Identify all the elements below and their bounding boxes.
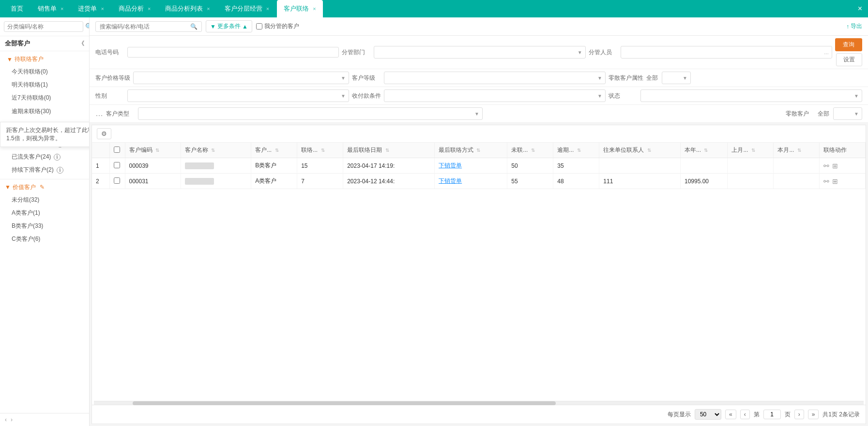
my-customers-checkbox[interactable] (256, 23, 262, 29)
chevron-up-icon: ▲ (242, 23, 248, 30)
filter-customer-level-select[interactable]: ▼ (384, 72, 606, 84)
filter-retail-customer-select[interactable]: ▼ (833, 107, 862, 120)
sidebar-bottom: ‹ › (0, 413, 89, 426)
filter-search-input[interactable] (100, 23, 187, 30)
filter-status-select[interactable]: ▼ (640, 89, 862, 102)
customer-table: 客户编码 ⇅ 客户名称 ⇅ 客户... ⇅ (92, 143, 866, 189)
row-last-contact-date: 2023-04-12 14:44: (343, 174, 435, 189)
row-action-grid-icon[interactable]: ⊞ (832, 177, 838, 185)
row-action-grid-icon[interactable]: ⊞ (832, 162, 838, 170)
next-page-btn[interactable]: › (794, 410, 804, 419)
this-year-sort-icon[interactable]: ⇅ (704, 147, 708, 153)
value-group-header[interactable]: ▼ 价值客户 ✎ (0, 181, 89, 193)
last-method-sort-icon[interactable]: ⇅ (476, 147, 480, 153)
sidebar-item-ungroup[interactable]: 未分组(32) (0, 193, 89, 206)
sidebar-item-b-class[interactable]: B类客户(33) (0, 220, 89, 233)
close-customer-contact-tab[interactable]: × (313, 6, 316, 12)
page-size-select[interactable]: 50 20 100 (695, 409, 721, 420)
row-name (181, 158, 251, 174)
name-sort-icon[interactable]: ⇅ (211, 147, 215, 153)
nav-tab-customer-layer[interactable]: 客户分层经营 × (218, 0, 276, 17)
query-button[interactable]: 查询 (835, 38, 862, 51)
sidebar-item-7days[interactable]: 近7天待联络(0) (0, 91, 89, 104)
filter-search-icon[interactable]: 🔍 (190, 23, 198, 30)
sidebar-item-keep-drop[interactable]: 持续下滑客户(2) ℹ (0, 163, 89, 176)
settings-button[interactable]: 设置 (836, 53, 862, 66)
pending-contact-title[interactable]: ▼ 待联络客户 (0, 53, 89, 65)
prev-page-btn[interactable]: ‹ (740, 410, 750, 419)
filter-gender-select[interactable]: ▼ (127, 89, 349, 102)
level-sort-icon[interactable]: ⇅ (275, 147, 279, 153)
filter-retail-attr-select[interactable]: ▼ (662, 72, 691, 84)
nav-tab-analysis[interactable]: 商品分析 × (112, 0, 157, 17)
contact-sort-icon[interactable]: ⇅ (321, 147, 325, 153)
sidebar-search-button[interactable]: 🔍 (85, 23, 90, 30)
horizontal-scrollbar[interactable] (94, 401, 864, 405)
row-action-link-icon[interactable]: ⚯ (823, 162, 829, 170)
sidebar-search-input[interactable] (4, 21, 83, 32)
sidebar-next-arrow[interactable]: › (11, 416, 13, 423)
filter-more-conditions[interactable]: ▼ 更多条件 ▲ (206, 20, 252, 32)
close-customer-layer-tab[interactable]: × (266, 6, 269, 12)
sidebar-item-tomorrow[interactable]: 明天待联络(1) (0, 78, 89, 91)
row-action: ⚯ ⊞ (820, 174, 866, 189)
last-month-sort-icon[interactable]: ⇅ (751, 147, 755, 153)
sidebar-item-overdue[interactable]: 逾期未联络(30) (0, 105, 89, 118)
my-customers-checkbox-area[interactable]: 我分管的客户 (256, 22, 299, 30)
this-month-sort-icon[interactable]: ⇅ (797, 147, 801, 153)
unit-contacts-sort-icon[interactable]: ⇅ (647, 147, 651, 153)
nav-tab-purchase[interactable]: 进货单 × (71, 0, 110, 17)
row-select-checkbox[interactable] (114, 177, 120, 184)
first-page-btn[interactable]: « (725, 410, 736, 419)
row-checkbox[interactable] (109, 158, 125, 174)
filter-manager-select[interactable]: … (621, 46, 832, 59)
row-last-contact-method[interactable]: 下销货单 (435, 158, 507, 174)
row-action: ⚯ ⊞ (820, 158, 866, 174)
more-dots-icon[interactable]: … (95, 109, 103, 118)
table-gear-button[interactable]: ⚙ (97, 128, 111, 139)
last-date-sort-icon[interactable]: ⇅ (385, 147, 389, 153)
sidebar-item-today[interactable]: 今天待联络(0) (0, 65, 89, 78)
nav-tab-analysis-list[interactable]: 商品分析列表 × (158, 0, 216, 17)
keep-drop-info-icon[interactable]: ℹ (57, 167, 63, 174)
sidebar-all-customers-header[interactable]: 全部客户 《 (0, 36, 89, 51)
overdue-sort-icon[interactable]: ⇅ (577, 147, 581, 153)
row-select-checkbox[interactable] (114, 162, 120, 168)
scrollbar-thumb[interactable] (133, 401, 556, 405)
close-purchase-tab[interactable]: × (101, 6, 104, 12)
row-action-link-icon[interactable]: ⚯ (823, 177, 829, 185)
col-contact: 联络... ⇅ (297, 143, 343, 158)
filter-price-level-select[interactable]: ▼ (133, 72, 349, 84)
sidebar-prev-arrow[interactable]: ‹ (5, 416, 7, 423)
uncontacted-sort-icon[interactable]: ⇅ (531, 147, 535, 153)
nav-tab-home[interactable]: 首页 (4, 0, 30, 17)
page-number-input[interactable] (763, 410, 781, 419)
filter-phone-input[interactable] (127, 47, 339, 58)
sidebar-collapse-btn[interactable]: 《 (78, 40, 84, 48)
close-analysis-tab[interactable]: × (148, 6, 151, 12)
filter-dept-select[interactable]: ▼ (374, 46, 585, 59)
export-button[interactable]: ↑ 导出 (846, 22, 862, 30)
nav-tab-customer-contact[interactable]: 客户联络 × (277, 0, 322, 17)
filter-payment-select[interactable]: ▼ (384, 89, 606, 102)
close-analysis-list-tab[interactable]: × (207, 6, 210, 12)
row-checkbox[interactable] (109, 174, 125, 189)
sidebar-content: 全部客户 《 ▼ 待联络客户 今天待联络(0) 明天待联络(1) 近7天待联络(… (0, 36, 89, 413)
sidebar-item-a-class[interactable]: A类客户(1) (0, 206, 89, 220)
already-lost-info-icon[interactable]: ℹ (54, 154, 61, 161)
sidebar-item-already-lost[interactable]: 已流失客户(24) ℹ (0, 150, 89, 163)
filter-bar: 🔍 ▼ 更多条件 ▲ 我分管的客户 ↑ 导出 (90, 17, 868, 36)
window-close-icon[interactable]: × (858, 4, 862, 13)
table-scroll[interactable]: 客户编码 ⇅ 客户名称 ⇅ 客户... ⇅ (92, 143, 866, 401)
nav-tab-sales[interactable]: 销售单 × (31, 0, 70, 17)
filter-payment: 收付款条件 ▼ (352, 89, 606, 102)
filter-customer-type-select[interactable]: ▼ (138, 107, 483, 120)
row-last-contact-method[interactable]: 下销货单 (435, 174, 507, 189)
value-group-edit-icon[interactable]: ✎ (40, 184, 45, 191)
last-page-btn[interactable]: » (808, 410, 819, 419)
sidebar-item-c-class[interactable]: C类客户(6) (0, 233, 89, 246)
code-sort-icon[interactable]: ⇅ (155, 147, 159, 153)
select-all-checkbox[interactable] (114, 147, 120, 153)
close-sales-tab[interactable]: × (61, 6, 63, 12)
filter-customer-type: 客户类型 ▼ (106, 107, 483, 120)
